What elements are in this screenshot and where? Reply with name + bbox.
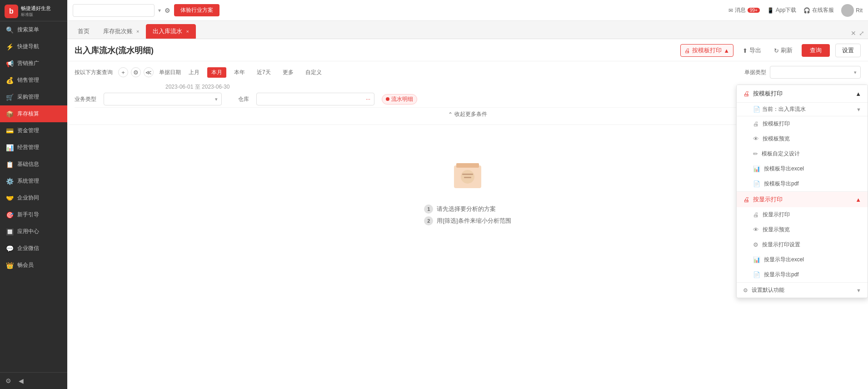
collapse-sidebar-icon[interactable]: ◀	[19, 377, 24, 384]
date-btn-more[interactable]: 更多	[279, 67, 298, 78]
topbar-search-input[interactable]	[73, 4, 155, 17]
tab-flow[interactable]: 出入库流水 ×	[146, 24, 195, 39]
filter-settings-icon[interactable]: ⚙	[131, 67, 141, 77]
finance-icon: 💳	[5, 127, 14, 135]
date-btn-custom[interactable]: 自定义	[301, 67, 326, 78]
svg-rect-1	[456, 163, 479, 168]
display-pdf-icon: 📄	[753, 271, 760, 278]
sidebar-item-marketing[interactable]: 📢 营销推广	[0, 55, 67, 72]
topbar-gear-icon[interactable]: ⚙	[165, 7, 170, 14]
export-icon: ⬆	[743, 47, 748, 54]
tab-flow-close[interactable]: ×	[186, 29, 189, 34]
print-template-button[interactable]: 🖨 按模板打印 ▲	[680, 44, 733, 57]
date-btn-last-month[interactable]: 上月	[185, 67, 204, 78]
online-service-button[interactable]: 🎧 在线客服	[803, 6, 834, 14]
warehouse-more-icon[interactable]: ···	[366, 96, 370, 102]
close-tab-icon[interactable]: ✕	[851, 30, 856, 37]
empty-step-2: 2 用[筛选]条件来缩小分析范围	[424, 216, 511, 225]
tag-dot-icon	[386, 97, 389, 101]
print-icon: 🖨	[684, 47, 690, 54]
current-template-label[interactable]: 📄 当前：出入库流水 ▼	[737, 103, 868, 116]
settings-bottom-icon[interactable]: ⚙	[5, 377, 11, 384]
avatar	[841, 4, 854, 17]
sidebar-item-sales[interactable]: 💰 销售管理	[0, 72, 67, 89]
template-custom-item[interactable]: ✏ 模板自定义设计	[737, 146, 868, 161]
business-type-select[interactable]: ▾	[104, 93, 222, 105]
svg-rect-3	[462, 174, 473, 175]
tab-batch-close[interactable]: ×	[136, 29, 139, 34]
app-download-icon: 📱	[767, 7, 774, 14]
system-icon: ⚙️	[5, 178, 14, 185]
topbar: ▾ ⚙ 体验行业方案 ✉ 消息 99+ 📱 App下载 🎧 在线客服 Rit	[67, 0, 868, 21]
display-preview-item[interactable]: 👁 按显示预览	[737, 222, 868, 237]
template-export-excel-item[interactable]: 📊 按模板导出excel	[737, 161, 868, 176]
sidebar-item-appcenter[interactable]: 🔲 应用中心	[0, 223, 67, 240]
logo-text: 畅捷通好生意	[21, 5, 51, 11]
dropdown-collapse-icon[interactable]: ▲	[855, 90, 861, 97]
tab-batch[interactable]: 库存批次账 ×	[96, 24, 146, 39]
wechat-icon: 💬	[5, 245, 14, 252]
query-button[interactable]: 查询	[802, 44, 830, 57]
sidebar: b 畅捷通好生意 标准版 🔍 搜索菜单 ⚡ 快捷导航 📢 营销推广 💰 销售管理…	[0, 0, 67, 389]
pdf-icon: 📄	[753, 180, 760, 187]
date-btn-last7[interactable]: 近7天	[253, 67, 275, 78]
sidebar-item-shortcut[interactable]: ⚡ 快捷导航	[0, 38, 67, 55]
empty-step-1: 1 请先选择要分析的方案	[424, 204, 511, 214]
sidebar-item-operation[interactable]: 📊 经营管理	[0, 139, 67, 156]
date-btn-this-month[interactable]: 本月	[207, 67, 226, 78]
print-dropdown-panel: 🖨 按模板打印 ▲ 📄 当前：出入库流水 ▼ 🖨 按模板打印	[736, 85, 868, 298]
template-print-item[interactable]: 🖨 按模板打印	[737, 116, 868, 131]
member-icon: 👑	[5, 262, 14, 269]
print-expand-icon: ▲	[723, 47, 729, 54]
sidebar-item-inventory[interactable]: 📦 库存核算	[0, 105, 67, 122]
display-export-excel-item[interactable]: 📊 按显示导出excel	[737, 252, 868, 267]
set-default-item[interactable]: ⚙ 设置默认功能 ▼	[737, 283, 868, 298]
sidebar-item-purchase[interactable]: 🛒 采购管理	[0, 89, 67, 105]
filter-collapse-icon[interactable]: ≪	[144, 67, 154, 77]
date-btn-this-year[interactable]: 本年	[230, 67, 249, 78]
display-export-pdf-item[interactable]: 📄 按显示导出pdf	[737, 267, 868, 282]
app-download-button[interactable]: 📱 App下载	[767, 6, 796, 14]
trial-button[interactable]: 体验行业方案	[174, 4, 219, 16]
flow-detail-tag[interactable]: 流水明细	[382, 94, 417, 105]
tab-home[interactable]: 首页	[71, 24, 96, 39]
topbar-right: ✉ 消息 99+ 📱 App下载 🎧 在线客服 Rit	[728, 4, 863, 17]
sidebar-item-basic[interactable]: 📋 基础信息	[0, 156, 67, 173]
display-print-header[interactable]: 🖨 按显示打印 ▲	[737, 192, 868, 207]
display-print-item[interactable]: 🖨 按显示打印	[737, 207, 868, 222]
set-default-icon: ⚙	[743, 287, 748, 294]
export-button[interactable]: ⬆ 导出	[739, 45, 765, 56]
bill-type-select[interactable]: ▾	[770, 66, 861, 79]
sidebar-item-wechat[interactable]: 💬 企业微信	[0, 240, 67, 257]
warehouse-select[interactable]: ···	[256, 93, 374, 105]
page-actions: 🖨 按模板打印 ▲ ⬆ 导出 ↻ 刷新 查询 设置	[680, 44, 861, 57]
current-arrow-icon: ▼	[856, 107, 861, 112]
sidebar-item-member[interactable]: 👑 畅会员	[0, 257, 67, 274]
user-avatar-area[interactable]: Rit	[841, 4, 863, 17]
message-button[interactable]: ✉ 消息 99+	[728, 6, 760, 14]
display-print-settings-item[interactable]: ⚙ 按显示打印设置	[737, 237, 868, 252]
sidebar-item-cooperation[interactable]: 🤝 企业协同	[0, 190, 67, 206]
excel-icon: 📊	[753, 165, 760, 172]
sidebar-item-system[interactable]: ⚙️ 系统管理	[0, 173, 67, 190]
appcenter-icon: 🔲	[5, 228, 14, 235]
sidebar-item-guide[interactable]: 🎯 新手引导	[0, 206, 67, 223]
display-excel-icon: 📊	[753, 256, 760, 263]
display-print-collapse-icon[interactable]: ▲	[855, 196, 861, 203]
display-preview-icon: 👁	[753, 226, 759, 233]
template-export-pdf-item[interactable]: 📄 按模板导出pdf	[737, 176, 868, 191]
refresh-button[interactable]: ↻ 刷新	[770, 45, 796, 56]
dropdown-print-icon: 🖨	[743, 90, 749, 97]
template-preview-item[interactable]: 👁 按模板预览	[737, 131, 868, 146]
dropdown-header[interactable]: 🖨 按模板打印 ▲	[737, 85, 868, 102]
settings-button[interactable]: 设置	[835, 44, 861, 57]
cooperation-icon: 🤝	[5, 194, 14, 202]
maximize-tab-icon[interactable]: ⤢	[859, 30, 864, 37]
sidebar-item-search[interactable]: 🔍 搜索菜单	[0, 21, 67, 38]
topbar-search-dropdown-icon[interactable]: ▾	[158, 7, 161, 14]
basic-icon: 📋	[5, 161, 14, 168]
shortcut-icon: ⚡	[5, 43, 14, 50]
collapse-arrow-icon: ⌃	[448, 111, 453, 118]
filter-add-icon[interactable]: +	[118, 67, 128, 77]
sidebar-item-finance[interactable]: 💳 资金管理	[0, 122, 67, 139]
